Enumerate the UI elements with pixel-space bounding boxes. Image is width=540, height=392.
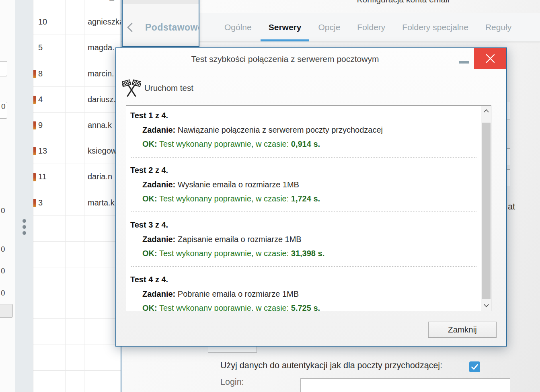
separator bbox=[131, 266, 476, 267]
table-row-empty[interactable] bbox=[33, 267, 121, 293]
button-fragment[interactable] bbox=[0, 304, 13, 318]
checkmark-icon bbox=[471, 363, 478, 370]
table-row[interactable]: 2 admin_c bbox=[33, 0, 121, 9]
auth-checkbox-label: Użyj danych do autentykacji jak dla pocz… bbox=[220, 359, 442, 372]
test-header: Test 3 z 4. bbox=[130, 220, 477, 230]
table-row[interactable]: 5 magda. bbox=[33, 35, 121, 61]
test-header: Test 2 z 4. bbox=[130, 166, 477, 175]
test-task: Zadanie: Wysłanie emaila o rozmiarze 1MB bbox=[142, 180, 477, 189]
test-task: Zadanie: Pobranie emaila o rozmiarze 1MB bbox=[142, 289, 477, 299]
row-empty-cell bbox=[66, 35, 84, 60]
test-results-list[interactable]: Test 1 z 4. Zadanie: Nawiązanie połączen… bbox=[126, 105, 491, 311]
active-tab-underline bbox=[261, 39, 310, 41]
tab-serwery[interactable]: Serwery bbox=[261, 13, 310, 41]
side-window: Podstawowe bbox=[122, 0, 199, 47]
left-background-panel: 0 0 0 0 0 bbox=[0, 0, 15, 392]
row-empty-cell bbox=[66, 0, 84, 9]
table-row[interactable]: 8 marcin. bbox=[33, 61, 121, 87]
users-table: 2 admin_c 10 agnieszka 5 magda. 8 marcin… bbox=[33, 0, 121, 392]
table-row-empty[interactable] bbox=[33, 319, 121, 345]
row-id: 4 bbox=[33, 87, 66, 112]
row-icon-fragment bbox=[33, 70, 36, 78]
run-test-label: Uruchom test bbox=[144, 83, 193, 93]
spinner-value: 0 bbox=[1, 245, 5, 254]
table-row[interactable]: 9 anna.k bbox=[33, 113, 121, 138]
table-row[interactable]: 3 marta.k bbox=[33, 190, 121, 216]
test-result: OK: Test wykonany poprawnie, w czasie: 3… bbox=[142, 248, 477, 258]
row-empty-cell bbox=[66, 138, 84, 164]
table-row[interactable]: 11 daria.n bbox=[33, 164, 121, 190]
test-result: OK: Test wykonany poprawnie, w czasie: 0… bbox=[142, 139, 477, 149]
chevron-left-icon[interactable] bbox=[126, 22, 134, 33]
zamknij-button[interactable]: Zamknij bbox=[428, 322, 497, 338]
tab-ogolne[interactable]: Ogólne bbox=[216, 13, 260, 41]
row-id: 11 bbox=[33, 164, 66, 189]
screen: 0 0 0 0 0 2 admin_c 10 agnieszka bbox=[0, 0, 540, 392]
row-id: 13 bbox=[33, 138, 66, 164]
row-name: agnieszka bbox=[84, 9, 121, 35]
row-empty-cell bbox=[66, 113, 84, 138]
row-empty-cell bbox=[66, 190, 84, 215]
test-header: Test 1 z 4. bbox=[130, 111, 477, 120]
chevron-down-icon[interactable] bbox=[481, 301, 491, 311]
tab-opcje[interactable]: Opcje bbox=[310, 13, 348, 41]
spinner-input-fragment[interactable] bbox=[0, 61, 7, 76]
spinner-value: 0 bbox=[1, 267, 5, 275]
test-result-item: Test 1 z 4. Zadanie: Nawiązanie połączen… bbox=[130, 111, 477, 158]
tab-foldery-specjalne[interactable]: Foldery specjalne bbox=[394, 13, 476, 41]
label-fragment: at bbox=[508, 202, 515, 212]
chevron-up-icon[interactable] bbox=[481, 106, 491, 116]
run-test-button[interactable]: Uruchom test bbox=[122, 78, 193, 98]
table-row-empty[interactable] bbox=[33, 371, 121, 392]
test-result-item: Test 2 z 4. Zadanie: Wysłanie emaila o r… bbox=[130, 166, 477, 212]
row-empty-cell bbox=[66, 164, 84, 189]
row-empty-cell bbox=[66, 61, 84, 86]
test-result-item: Test 4 z 4. Zadanie: Pobranie emaila o r… bbox=[130, 275, 477, 311]
spinner-value: 0 bbox=[0, 102, 6, 111]
row-id: 5 bbox=[33, 35, 66, 60]
test-task: Zadanie: Nawiązanie połączenia z serwere… bbox=[142, 125, 477, 135]
test-result-item: Test 3 z 4. Zadanie: Zapisanie emaila o … bbox=[130, 220, 477, 267]
config-window-title: Konfiguracja konta email bbox=[348, 0, 458, 7]
login-label: Login: bbox=[220, 377, 244, 387]
row-id: 8 bbox=[33, 61, 66, 86]
row-id: 2 bbox=[33, 0, 66, 9]
row-name: admin_c bbox=[84, 0, 121, 9]
row-id: 3 bbox=[33, 190, 66, 215]
table-row-empty[interactable] bbox=[33, 293, 121, 319]
scrollbar-thumb[interactable] bbox=[482, 123, 491, 299]
test-result: OK: Test wykonany poprawnie, w czasie: 5… bbox=[142, 303, 477, 311]
checkered-flags-icon bbox=[122, 78, 141, 98]
close-button[interactable] bbox=[474, 48, 506, 69]
separator bbox=[131, 211, 476, 212]
x-icon bbox=[485, 53, 496, 64]
row-id: 9 bbox=[33, 113, 66, 138]
row-icon-fragment bbox=[33, 96, 36, 104]
table-row-empty[interactable] bbox=[33, 242, 121, 267]
test-task: Zadanie: Zapisanie emaila o rozmiarze 1M… bbox=[142, 234, 477, 244]
login-input[interactable] bbox=[300, 378, 510, 392]
row-id: 10 bbox=[33, 9, 66, 35]
scrollbar[interactable] bbox=[481, 106, 491, 311]
row-icon-fragment bbox=[33, 147, 36, 155]
splitter-strip[interactable] bbox=[15, 0, 33, 392]
tab-foldery[interactable]: Foldery bbox=[349, 13, 393, 41]
table-row[interactable]: 13 ksiegow bbox=[33, 138, 121, 164]
spinner-value: 0 bbox=[1, 289, 5, 298]
table-row-empty[interactable] bbox=[33, 345, 121, 371]
side-window-header bbox=[123, 0, 199, 4]
table-row[interactable]: 4 dariusz. bbox=[33, 87, 121, 113]
row-icon-fragment bbox=[33, 173, 36, 181]
minimize-button[interactable] bbox=[459, 61, 469, 64]
spinner-input-fragment[interactable]: 0 bbox=[0, 102, 7, 119]
row-empty-cell bbox=[66, 9, 84, 35]
table-row-empty[interactable] bbox=[33, 216, 121, 242]
row-icon-fragment bbox=[33, 121, 36, 129]
table-row[interactable]: 10 agnieszka bbox=[33, 9, 121, 35]
tab-reguly[interactable]: Reguły bbox=[477, 13, 519, 41]
row-empty-cell bbox=[66, 87, 84, 112]
test-header: Test 4 z 4. bbox=[130, 275, 477, 284]
zamknij-label: Zamknij bbox=[448, 325, 477, 335]
separator bbox=[131, 157, 476, 158]
auth-checkbox[interactable] bbox=[469, 361, 480, 372]
